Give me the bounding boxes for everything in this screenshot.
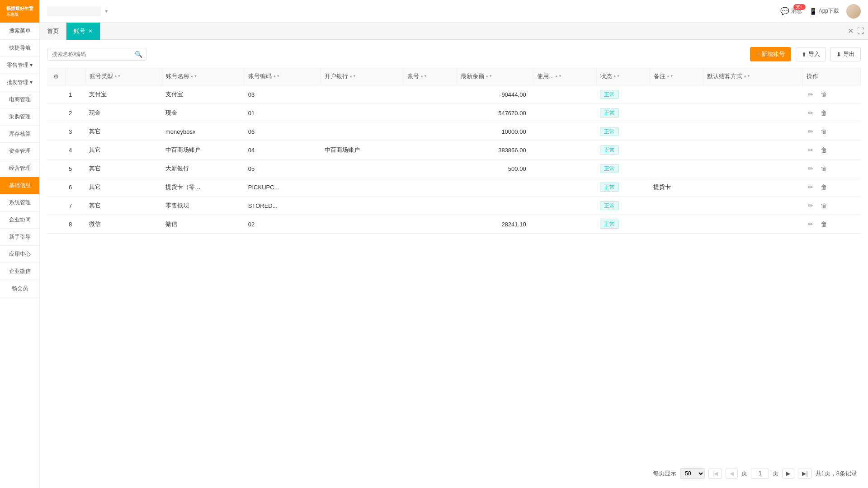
- col-code[interactable]: 账号编码▲▼: [245, 68, 321, 85]
- cell-bank: 中百商场账户: [321, 141, 404, 160]
- col-bank[interactable]: 开户银行▲▼: [321, 68, 404, 85]
- edit-button[interactable]: ✏: [806, 145, 815, 155]
- cell-type: 支付宝: [85, 85, 162, 104]
- sidebar-item-enterprise[interactable]: 企业协同: [0, 211, 39, 229]
- page-number-input[interactable]: [751, 469, 769, 479]
- search-button[interactable]: 🔍: [131, 51, 146, 58]
- col-default-settle[interactable]: 默认结算方式▲▼: [703, 68, 802, 85]
- tab-close-all-icon[interactable]: ✕: [848, 27, 854, 35]
- top-nav-right: 💬 消息 99+ 📱 App下载: [780, 4, 861, 19]
- cell-type: 现金: [85, 104, 162, 122]
- sidebar-item-retail[interactable]: 零售管理 ▾: [0, 57, 39, 74]
- col-name[interactable]: 账号名称▲▼: [162, 68, 245, 85]
- user-avatar[interactable]: [846, 4, 861, 19]
- table-row: 6 其它 提货卡（零… PICKUPC... 正常 提货卡 ✏ 🗑: [47, 178, 861, 197]
- cell-status: 正常: [596, 104, 650, 122]
- sidebar-item-operation[interactable]: 经营管理: [0, 160, 39, 177]
- cell-account: [403, 141, 457, 160]
- edit-button[interactable]: ✏: [806, 127, 815, 136]
- tab-expand-icon[interactable]: ⛶: [857, 27, 864, 35]
- tab-close-icon[interactable]: ✕: [88, 28, 93, 34]
- tab-bar: 首页 账号 ✕ ✕ ⛶: [40, 23, 868, 40]
- cell-usage: [533, 141, 596, 160]
- cell-name: 提货卡（零…: [162, 178, 245, 197]
- col-remark[interactable]: 备注▲▼: [650, 68, 703, 85]
- delete-button[interactable]: 🗑: [819, 220, 829, 229]
- sidebar-item-basic[interactable]: 基础信息: [0, 177, 39, 194]
- table-row: 5 其它 大新银行 05 500.00 正常 ✏ 🗑: [47, 160, 861, 178]
- cell-balance: -90444.00: [457, 85, 533, 104]
- top-search-input[interactable]: [47, 6, 101, 16]
- add-account-button[interactable]: + 新增账号: [750, 47, 791, 61]
- message-button[interactable]: 💬 消息 99+: [780, 7, 802, 15]
- sidebar-item-system[interactable]: 系统管理: [0, 194, 39, 211]
- cell-actions: ✏ 🗑: [802, 215, 860, 234]
- cell-status: 正常: [596, 160, 650, 178]
- col-status[interactable]: 状态▲▼: [596, 68, 650, 85]
- edit-button[interactable]: ✏: [806, 90, 815, 99]
- delete-button[interactable]: 🗑: [819, 164, 829, 173]
- edit-button[interactable]: ✏: [806, 108, 815, 117]
- toolbar-right: + 新增账号 ⬆ 导入 ⬇ 导出: [750, 47, 861, 61]
- cell-settings: [47, 104, 65, 122]
- delete-button[interactable]: 🗑: [819, 90, 829, 99]
- next-page-button[interactable]: ▶: [782, 469, 794, 479]
- cell-balance: 383866.00: [457, 141, 533, 160]
- edit-button[interactable]: ✏: [806, 220, 815, 229]
- cell-usage: [533, 160, 596, 178]
- search-input[interactable]: [47, 48, 131, 60]
- sidebar-item-guide[interactable]: 新手引导: [0, 229, 39, 246]
- sidebar-item-finance[interactable]: 资金管理: [0, 143, 39, 160]
- edit-button[interactable]: ✏: [806, 201, 815, 210]
- edit-button[interactable]: ✏: [806, 183, 815, 192]
- export-button[interactable]: ⬇ 导出: [830, 47, 861, 61]
- cell-default-settle: [703, 122, 802, 141]
- first-page-button[interactable]: |◀: [708, 469, 722, 479]
- prev-page-button[interactable]: ◀: [726, 469, 738, 479]
- sidebar-item-shortcut[interactable]: 快捷导航: [0, 40, 39, 57]
- delete-button[interactable]: 🗑: [819, 183, 829, 192]
- cell-index: 5: [65, 160, 85, 178]
- delete-button[interactable]: 🗑: [819, 145, 829, 155]
- logo-line1: 畅捷通好生意: [6, 5, 33, 12]
- cell-name: 微信: [162, 215, 245, 234]
- sidebar-item-inventory[interactable]: 库存核算: [0, 126, 39, 143]
- col-account[interactable]: 账号▲▼: [403, 68, 457, 85]
- delete-button[interactable]: 🗑: [819, 108, 829, 117]
- table-row: 1 支付宝 支付宝 03 -90444.00 正常 ✏ 🗑: [47, 85, 861, 104]
- sidebar-item-ecommerce[interactable]: 电商管理: [0, 91, 39, 108]
- edit-button[interactable]: ✏: [806, 164, 815, 173]
- sidebar-item-wholesale[interactable]: 批发管理 ▾: [0, 74, 39, 91]
- tab-account[interactable]: 账号 ✕: [66, 23, 100, 40]
- col-type[interactable]: 账号类型▲▼: [85, 68, 162, 85]
- col-usage[interactable]: 使用...▲▼: [533, 68, 596, 85]
- col-settings[interactable]: ⚙: [47, 68, 65, 85]
- cell-remark: [650, 160, 703, 178]
- sidebar-item-appcenter[interactable]: 应用中心: [0, 246, 39, 263]
- sidebar-item-purchase[interactable]: 采购管理: [0, 108, 39, 126]
- cell-status: 正常: [596, 141, 650, 160]
- cell-remark: 提货卡: [650, 178, 703, 197]
- sidebar-item-search[interactable]: 搜索菜单: [0, 23, 39, 40]
- page-label: 页: [741, 469, 747, 478]
- tab-home[interactable]: 首页: [40, 23, 66, 40]
- per-page-select[interactable]: 50 100 200: [680, 468, 705, 479]
- cell-bank: [321, 178, 404, 197]
- import-button[interactable]: ⬆ 导入: [796, 47, 826, 61]
- dropdown-icon[interactable]: ▾: [105, 8, 108, 14]
- delete-button[interactable]: 🗑: [819, 127, 829, 136]
- cell-name: 零售抵现: [162, 197, 245, 215]
- sidebar-item-wechat[interactable]: 企业微信: [0, 263, 39, 280]
- content-area: 🔍 + 新增账号 ⬆ 导入 ⬇ 导出 ⚙: [40, 40, 868, 488]
- col-balance[interactable]: 最新余额▲▼: [457, 68, 533, 85]
- app-download-button[interactable]: 📱 App下载: [809, 7, 839, 15]
- delete-button[interactable]: 🗑: [819, 201, 829, 210]
- cell-bank: [321, 85, 404, 104]
- cell-balance: 10000.00: [457, 122, 533, 141]
- cell-type: 微信: [85, 215, 162, 234]
- cell-account: [403, 104, 457, 122]
- cell-bank: [321, 122, 404, 141]
- sidebar-item-vip[interactable]: 畅会员: [0, 280, 39, 297]
- top-nav: ▾ 💬 消息 99+ 📱 App下载: [40, 0, 868, 23]
- last-page-button[interactable]: ▶|: [798, 469, 811, 479]
